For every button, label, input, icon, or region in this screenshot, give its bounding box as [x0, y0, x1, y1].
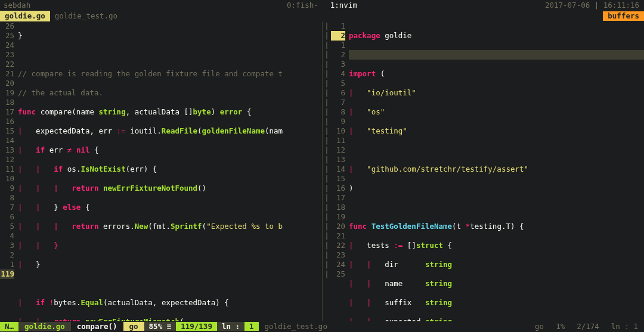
tmux-datetime: 2017-07-06 | 16:11:16 [545, 1, 644, 10]
tmux-window-1[interactable]: 1:nvim [330, 1, 357, 10]
tmux-window-0[interactable]: 0:fish- [287, 1, 318, 10]
tab-goldie-test-go[interactable]: goldie_test.go [50, 11, 122, 21]
fold-column-right: ||||||||||||||||||||||||||| [323, 21, 331, 321]
status-mode: N… [0, 322, 18, 331]
status-col: 1 [244, 322, 259, 331]
statusline-inactive: goldie_test.go go 1% 2/174 ln : 1 [259, 322, 644, 331]
status-inactive-pos: 2/174 [571, 322, 605, 331]
gutter-left: 2625242322212019181716151413121110987654… [0, 21, 18, 321]
code-right[interactable]: package goldie import ( | "io/ioutil" | … [349, 21, 644, 321]
buffers-label[interactable]: buffers [603, 11, 644, 21]
status-inactive-ft: go [529, 322, 550, 331]
tmux-session-name: sebdah [0, 1, 34, 10]
tab-goldie-go[interactable]: goldie.go [0, 11, 50, 21]
pane-right[interactable]: ||||||||||||||||||||||||||| 121234567891… [323, 21, 644, 321]
status-percent: 85% ≡ [144, 322, 177, 331]
status-position: 119/139 [176, 322, 217, 331]
status-function: compare() [71, 322, 123, 331]
pane-left[interactable]: 2625242322212019181716151413121110987654… [0, 21, 322, 321]
code-left[interactable]: } // compare is reading the golden fixtu… [18, 21, 322, 321]
status-inactive-file: goldie_test.go [259, 322, 333, 331]
status-inactive-col: ln : 1 [605, 322, 644, 331]
status-filetype: go [123, 322, 144, 331]
vim-tabline: goldie.go goldie_test.go buffers [0, 11, 644, 21]
status-filename: goldie.go [18, 322, 71, 331]
gutter-right: 1212345678910111213141516171819202122232… [331, 21, 349, 321]
status-col-label: ln : [217, 322, 244, 331]
editor-panes: 2625242322212019181716151413121110987654… [0, 21, 644, 321]
statusline: N…goldie.gocompare()go85% ≡119/139ln :1 … [0, 321, 644, 332]
tmux-status-bar: sebdah 0:fish- 1:nvim 2017-07-06 | 16:11… [0, 0, 644, 11]
status-inactive-pct: 1% [550, 322, 571, 331]
